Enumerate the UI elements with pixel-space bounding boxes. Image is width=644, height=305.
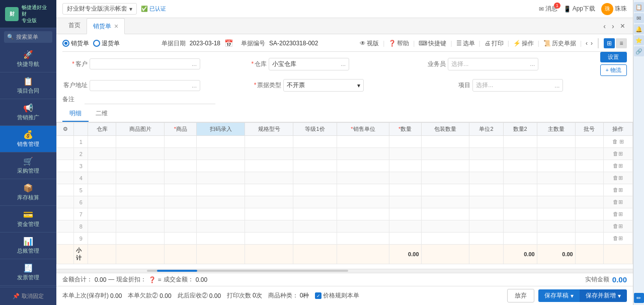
cell-3-spec[interactable] [245, 160, 293, 172]
cell-6-unit[interactable] [337, 196, 389, 208]
sidebar-item-marketing[interactable]: 📢 营销推广 [0, 99, 56, 126]
cell-6-image[interactable] [116, 196, 165, 208]
cell-2-product[interactable] [165, 148, 197, 160]
cell-5-image[interactable] [116, 184, 165, 196]
cell-2-unit2[interactable] [469, 148, 503, 160]
cell-9-qty2[interactable] [503, 233, 537, 245]
cell-8-quick[interactable] [197, 220, 245, 233]
right-icon-4[interactable]: ⭐ [634, 35, 644, 45]
tab-detail[interactable]: 明细 [62, 106, 89, 122]
cell-2-warehouse[interactable] [88, 148, 116, 160]
tab-2d[interactable]: 二维 [89, 106, 115, 122]
cell-9-qty[interactable] [389, 233, 421, 245]
save-draft-button[interactable]: 保存草稿 ▾ [538, 289, 580, 302]
return-order-radio[interactable]: 退货单 [93, 39, 120, 48]
invoice-dropdown[interactable]: 不开票 ▾ [283, 79, 364, 92]
cell-2-price1[interactable] [293, 148, 337, 160]
cell-4-spec[interactable] [245, 172, 293, 184]
cell-1-quick-input[interactable] [197, 136, 245, 148]
cell-3-price1[interactable] [293, 160, 337, 172]
cell-4-image[interactable] [116, 172, 165, 184]
copy-icon-4[interactable]: ⊞ [618, 175, 623, 181]
cell-8-image[interactable] [116, 220, 165, 233]
cell-7-image[interactable] [116, 208, 165, 220]
copy-icon-2[interactable]: ⊞ [618, 150, 623, 157]
price-check-checkbox[interactable]: 价格规则本单 [315, 291, 359, 300]
th-unit2[interactable]: 单位2 [469, 123, 503, 136]
cell-2-main[interactable] [537, 148, 575, 160]
select-order-button[interactable]: ☰ 选单 [456, 39, 475, 48]
calendar-icon[interactable]: 📅 [224, 39, 233, 47]
cell-8-unit2[interactable] [469, 220, 503, 233]
cell-6-main[interactable] [537, 196, 575, 208]
cell-8-product[interactable] [165, 220, 197, 233]
copy-icon-1[interactable]: ⊞ [619, 138, 624, 144]
cell-1-main-qty[interactable] [537, 136, 575, 148]
cell-5-qty2[interactable] [503, 184, 537, 196]
tab-home[interactable]: 首页 [62, 18, 87, 34]
cell-4-unit2[interactable] [469, 172, 503, 184]
cell-1-product[interactable] [165, 136, 197, 148]
cell-5-warehouse[interactable] [88, 184, 116, 196]
cell-6-product[interactable] [165, 196, 197, 208]
cell-7-quick[interactable] [197, 208, 245, 220]
cell-8-pack[interactable] [421, 220, 469, 233]
th-pack-qty[interactable]: 包装数量 [421, 123, 469, 136]
cell-8-main[interactable] [537, 220, 575, 233]
cell-9-main[interactable] [537, 233, 575, 245]
cell-5-product[interactable] [165, 184, 197, 196]
cell-7-batch[interactable] [575, 208, 603, 220]
cell-4-quick[interactable] [197, 172, 245, 184]
delete-icon-8[interactable]: 🗑 [613, 223, 618, 229]
search-menu-button[interactable]: 🔍 搜索菜单 [4, 31, 52, 43]
cell-6-warehouse[interactable] [88, 196, 116, 208]
th-gear[interactable]: ⚙ [57, 123, 74, 136]
cell-4-price1[interactable] [293, 172, 337, 184]
cell-9-unit[interactable] [337, 233, 389, 245]
cell-3-warehouse[interactable] [88, 160, 116, 172]
cell-8-spec[interactable] [245, 220, 293, 233]
cell-3-qty2[interactable] [503, 160, 537, 172]
cell-2-quick[interactable] [197, 148, 245, 160]
sidebar-item-ledger[interactable]: 📊 总账管理 [0, 233, 56, 259]
right-icon-3[interactable]: 🔔 [634, 24, 644, 34]
cell-6-batch[interactable] [575, 196, 603, 208]
app-download-button[interactable]: 📱 App下载 [564, 5, 595, 13]
cell-3-unit[interactable] [337, 160, 389, 172]
tab-next-button[interactable]: › [610, 22, 616, 30]
cell-8-price1[interactable] [293, 220, 337, 233]
cell-6-unit2[interactable] [469, 196, 503, 208]
help-button[interactable]: ❓ 帮助 [388, 39, 409, 48]
delete-icon-4[interactable]: 🗑 [613, 175, 618, 181]
cell-5-pack[interactable] [421, 184, 469, 196]
cell-7-warehouse[interactable] [88, 208, 116, 220]
cell-1-image[interactable] [116, 136, 165, 148]
cell-4-batch[interactable] [575, 172, 603, 184]
cell-1-unit2[interactable] [469, 136, 503, 148]
cell-2-qty[interactable] [389, 148, 421, 160]
customer-input[interactable]: ... [90, 58, 200, 69]
cell-1-warehouse[interactable] [88, 136, 116, 148]
cell-8-qty2[interactable] [503, 220, 537, 233]
sidebar-item-purchase[interactable]: 🛒 采购管理 [0, 152, 56, 179]
quick-key-button[interactable]: ⌨ 快捷键 [419, 39, 446, 48]
cell-2-pack[interactable] [421, 148, 469, 160]
delete-icon-2[interactable]: 🗑 [613, 150, 618, 157]
cell-6-spec[interactable] [245, 196, 293, 208]
sidebar-item-finance[interactable]: 💳 资金管理 [0, 206, 56, 233]
th-qty[interactable]: *数量 [389, 123, 421, 136]
setting-button[interactable]: 设置 [600, 52, 627, 62]
cell-9-price1[interactable] [293, 233, 337, 245]
cell-6-qty2[interactable] [503, 196, 537, 208]
address-input[interactable]: ... [90, 80, 200, 91]
cell-2-batch[interactable] [575, 148, 603, 160]
cell-6-pack[interactable] [421, 196, 469, 208]
abandon-button[interactable]: 放弃 [507, 289, 534, 302]
cell-6-price1[interactable] [293, 196, 337, 208]
cell-8-qty[interactable] [389, 220, 421, 233]
sidebar-item-nav[interactable]: 🚀 快捷导航 [0, 46, 56, 72]
save-new-button[interactable]: 保存并新增 ▾ [580, 289, 627, 302]
cell-5-unit2[interactable] [469, 184, 503, 196]
cell-4-main[interactable] [537, 172, 575, 184]
cell-9-spec[interactable] [245, 233, 293, 245]
